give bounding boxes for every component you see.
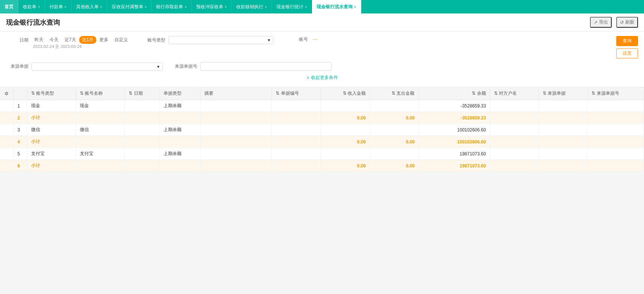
- cell-counterparty: [490, 148, 539, 160]
- date-option-yesterday[interactable]: 昨天: [32, 36, 47, 44]
- cell-doc-type: [159, 112, 200, 124]
- column-doc-no[interactable]: ⇅ 单据编号: [272, 87, 321, 100]
- cell-source-doc: [539, 112, 588, 124]
- collapse-bar[interactable]: ∧ 收起更多条件: [6, 73, 638, 82]
- cell-account-name: [76, 112, 125, 124]
- refresh-button[interactable]: ↺ 刷新: [616, 17, 638, 28]
- column-expense[interactable]: ⇅ 支出金额: [370, 87, 419, 100]
- cell-expense: [370, 124, 419, 136]
- table-row: 1现金现金上期余额-3528659.33: [0, 100, 644, 112]
- cell-date: [125, 148, 159, 160]
- close-icon[interactable]: ×: [354, 5, 356, 9]
- query-button[interactable]: 查询: [616, 36, 638, 46]
- cell-expense: [370, 148, 419, 160]
- date-option-more[interactable]: 更多: [96, 36, 111, 44]
- cell-summary: [201, 148, 272, 160]
- cell-index: 5: [14, 148, 27, 160]
- date-filter-label: 日期: [6, 37, 29, 43]
- cell-doc-type: 上期余额: [159, 148, 200, 160]
- cell-counterparty: [490, 136, 539, 148]
- date-option-custom[interactable]: 自定义: [111, 36, 131, 44]
- export-button[interactable]: ↗ 导出: [590, 17, 612, 28]
- close-icon[interactable]: ×: [305, 5, 307, 9]
- nav-tab-home[interactable]: 首页: [0, 0, 18, 13]
- cell-balance: 100102606.60: [419, 136, 490, 148]
- cell-gear: [0, 112, 14, 124]
- close-icon[interactable]: ×: [225, 5, 227, 9]
- nav-tab-receipts[interactable]: 收款单 ×: [18, 0, 45, 13]
- cell-doc-no: [272, 148, 321, 160]
- action-buttons: 查询 设置: [616, 36, 638, 58]
- cell-income: 0.00: [321, 160, 369, 172]
- column-source-doc-no[interactable]: ⇅ 来源单据号: [588, 87, 644, 100]
- column-date[interactable]: ⇅ 日期: [125, 87, 159, 100]
- close-icon[interactable]: ×: [65, 5, 67, 9]
- nav-tab-cash-bank-flow[interactable]: 现金银行流水查询 ×: [312, 0, 361, 13]
- cell-account-name: 微信: [76, 124, 125, 136]
- cell-index: 3: [14, 124, 27, 136]
- source-doc-num-input[interactable]: [200, 62, 332, 71]
- cell-account-type: 微信: [27, 124, 76, 136]
- nav-tab-other-income[interactable]: 其他收入单 ×: [72, 0, 107, 13]
- cell-income: [321, 100, 369, 112]
- cell-doc-type: 上期余额: [159, 100, 200, 112]
- cell-doc-type: [159, 160, 200, 172]
- nav-tab-bank-deposit[interactable]: 银行存取款单 ×: [152, 0, 192, 13]
- cell-income: [321, 124, 369, 136]
- chevron-down-icon: ▾: [157, 64, 159, 69]
- nav-tab-pre-charge[interactable]: 预收冲应收单 ×: [192, 0, 232, 13]
- date-option-7days[interactable]: 近7天: [62, 36, 79, 44]
- export-icon: ↗: [594, 20, 597, 25]
- account-type-select[interactable]: ▾: [168, 36, 273, 44]
- account-num-dots[interactable]: ···: [311, 36, 319, 43]
- nav-tab-ar-adjust[interactable]: 应收应付调整单 ×: [107, 0, 152, 13]
- column-source-doc[interactable]: ⇅ 来源单据: [539, 87, 588, 100]
- filter-area: 日期 昨天 今天 近7天 近1月 更多 自定义 2023-02-24 至 202…: [0, 31, 644, 87]
- cell-index: 6: [14, 160, 27, 172]
- source-doc-select[interactable]: ▾: [32, 63, 163, 71]
- cell-doc-no: [272, 124, 321, 136]
- cell-source-doc: [539, 124, 588, 136]
- cell-account-type: 小计: [27, 112, 76, 124]
- close-icon[interactable]: ×: [38, 5, 40, 9]
- column-counterparty[interactable]: ⇅ 对方户名: [490, 87, 539, 100]
- cell-account-name: [76, 136, 125, 148]
- date-option-today[interactable]: 今天: [47, 36, 62, 44]
- cell-summary: [201, 124, 272, 136]
- cell-gear: [0, 148, 14, 160]
- cell-account-type: 小计: [27, 136, 76, 148]
- date-option-1month[interactable]: 近1月: [79, 36, 97, 44]
- column-income[interactable]: ⇅ 收入金额: [321, 87, 369, 100]
- cell-date: [125, 160, 159, 172]
- close-icon[interactable]: ×: [265, 5, 267, 9]
- cell-counterparty: [490, 112, 539, 124]
- nav-tab-collection-exec[interactable]: 收款核销执行 ×: [232, 0, 272, 13]
- table-row: 5支付宝支付宝上期余额19871073.60: [0, 148, 644, 160]
- column-account-name[interactable]: ⇅ 账号名称: [76, 87, 125, 100]
- cell-source-doc-no: [588, 124, 644, 136]
- gear-icon[interactable]: ⚙: [5, 91, 9, 96]
- settings-button[interactable]: 设置: [616, 48, 638, 58]
- cell-summary: [201, 160, 272, 172]
- source-doc-label: 来源单据: [6, 63, 29, 70]
- nav-tab-payments[interactable]: 付款单 ×: [45, 0, 72, 13]
- nav-tab-cash-bank-stats[interactable]: 现金银行统计 ×: [272, 0, 312, 13]
- cell-balance: -3528659.33: [419, 112, 490, 124]
- cell-source-doc: [539, 100, 588, 112]
- cell-account-name: 现金: [76, 100, 125, 112]
- cell-income: 0.00: [321, 136, 369, 148]
- close-icon[interactable]: ×: [100, 5, 102, 9]
- cell-expense: [370, 100, 419, 112]
- source-doc-num-label: 来源单据号: [175, 63, 197, 70]
- column-gear[interactable]: ⚙: [0, 87, 14, 100]
- cell-source-doc: [539, 148, 588, 160]
- close-icon[interactable]: ×: [185, 5, 187, 9]
- cell-source-doc: [539, 136, 588, 148]
- cell-account-type: 现金: [27, 100, 76, 112]
- column-account-type[interactable]: ⇅ 账号类型: [27, 87, 76, 100]
- header-actions: ↗ 导出 ↺ 刷新: [590, 17, 638, 28]
- column-balance[interactable]: ⇅ 余额: [419, 87, 490, 100]
- close-icon[interactable]: ×: [145, 5, 147, 9]
- cell-account-type: 支付宝: [27, 148, 76, 160]
- cell-doc-type: [159, 136, 200, 148]
